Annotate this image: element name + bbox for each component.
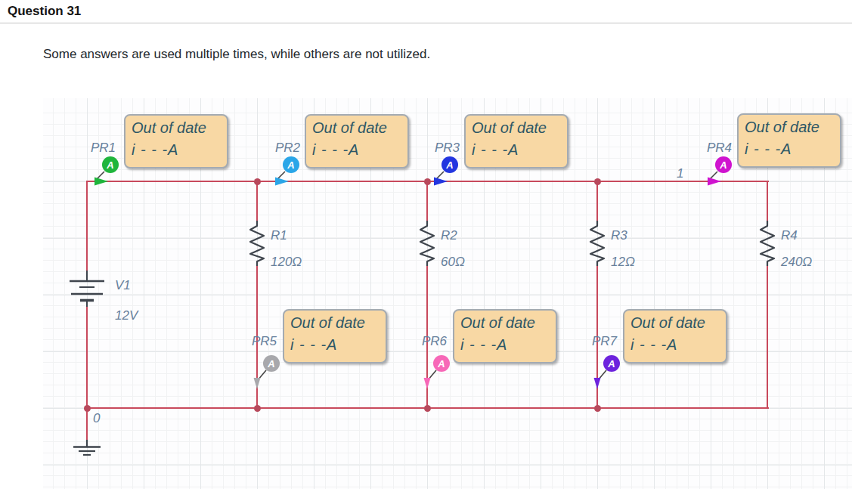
source-value-label: 12V xyxy=(115,308,138,323)
probe-readout-pr2: Out of date i - - -A xyxy=(305,114,409,169)
resistor-ref-label: R1 xyxy=(271,228,287,243)
ammeter-badge: A xyxy=(607,358,615,369)
junction-dot xyxy=(254,178,261,185)
circuit-canvas: V1 12V R1 120Ω R2 60Ω R3 12Ω R4 24 xyxy=(43,98,852,489)
question-title: Question 31 xyxy=(8,4,81,19)
current-arrow-icon xyxy=(254,378,261,389)
readout-status: Out of date xyxy=(312,117,401,139)
junction-dot xyxy=(84,405,91,412)
probe-readout-pr7: Out of date i - - -A xyxy=(623,309,727,363)
readout-current: i - - -A xyxy=(630,334,720,356)
probe-marker-pr1: A xyxy=(88,156,124,186)
branch-r1-wire-top xyxy=(256,181,258,221)
resistor-value-label: 240Ω xyxy=(781,255,812,270)
current-arrow-icon xyxy=(275,178,289,186)
branch-r3-wire-top xyxy=(596,181,598,221)
current-arrow-icon xyxy=(424,378,431,389)
wire-left-lower xyxy=(86,304,88,409)
readout-status: Out of date xyxy=(630,312,720,334)
wire-ground-stub xyxy=(86,407,88,441)
probe-readout-pr6: Out of date i - - -A xyxy=(453,309,557,363)
probe-marker-pr7: A xyxy=(591,353,624,389)
resistor-r4-symbol xyxy=(758,221,776,266)
junction-dot xyxy=(254,405,261,412)
current-arrow-icon xyxy=(94,178,108,186)
ammeter-badge: A xyxy=(106,159,113,171)
probe-marker-pr3: A xyxy=(427,156,463,186)
readout-status: Out of date xyxy=(472,117,561,139)
current-arrow-icon xyxy=(594,378,601,389)
ground-icon xyxy=(73,440,101,458)
junction-dot xyxy=(424,405,431,412)
readout-current: i - - -A xyxy=(460,334,550,356)
probe-marker-pr5: A xyxy=(251,353,284,389)
junction-dot xyxy=(594,178,601,185)
resistor-ref-label: R2 xyxy=(441,228,457,243)
readout-current: i - - -A xyxy=(472,139,561,161)
voltage-source-symbol xyxy=(68,271,106,307)
readout-status: Out of date xyxy=(132,117,221,139)
readout-current: i - - -A xyxy=(290,334,380,356)
resistor-r1-symbol xyxy=(248,221,266,266)
probe-label-pr7: PR7 xyxy=(592,334,617,349)
current-arrow-icon xyxy=(708,178,721,186)
node-label-1: 1 xyxy=(677,166,683,181)
junction-dot xyxy=(594,405,601,412)
probe-label-pr1: PR1 xyxy=(91,141,116,156)
source-ref-label: V1 xyxy=(115,278,131,293)
readout-current: i - - -A xyxy=(312,139,401,161)
probe-label-pr5: PR5 xyxy=(252,334,277,349)
resistor-value-label: 12Ω xyxy=(611,255,635,270)
wire-left-upper xyxy=(86,181,88,273)
probe-readout-pr5: Out of date i - - -A xyxy=(283,309,387,363)
resistor-value-label: 120Ω xyxy=(271,255,302,270)
readout-status: Out of date xyxy=(460,312,550,334)
ammeter-badge: A xyxy=(437,358,445,369)
probe-readout-pr1: Out of date i - - -A xyxy=(124,114,228,169)
readout-current: i - - -A xyxy=(745,138,834,160)
probe-label-pr3: PR3 xyxy=(435,141,460,156)
readout-current: i - - -A xyxy=(132,139,221,161)
probe-readout-pr3: Out of date i - - -A xyxy=(464,114,569,169)
ammeter-badge: A xyxy=(267,358,274,369)
ammeter-badge: A xyxy=(287,159,294,171)
readout-status: Out of date xyxy=(745,116,834,138)
readout-status: Out of date xyxy=(290,312,380,334)
probe-marker-pr6: A xyxy=(421,353,454,389)
wire-right-lower xyxy=(767,265,768,409)
probe-marker-pr4: A xyxy=(701,156,737,186)
probe-readout-pr4: Out of date i - - -A xyxy=(737,113,841,168)
title-divider xyxy=(0,23,852,23)
resistor-ref-label: R3 xyxy=(611,228,627,243)
node-label-0: 0 xyxy=(93,411,100,426)
resistor-r2-symbol xyxy=(418,221,436,266)
probe-marker-pr2: A xyxy=(268,156,305,186)
probe-label-pr6: PR6 xyxy=(422,334,447,349)
resistor-ref-label: R4 xyxy=(781,228,798,243)
ammeter-badge: A xyxy=(719,159,727,171)
branch-r2-wire-top xyxy=(426,181,428,221)
probe-label-pr4: PR4 xyxy=(707,141,732,156)
probe-label-pr2: PR2 xyxy=(275,141,300,156)
wire-right-upper xyxy=(767,181,768,221)
current-arrow-icon xyxy=(434,178,448,186)
ammeter-badge: A xyxy=(445,159,453,171)
resistor-r3-symbol xyxy=(588,221,606,266)
instruction-text: Some answers are used multiple times, wh… xyxy=(43,47,430,62)
resistor-value-label: 60Ω xyxy=(441,255,465,270)
